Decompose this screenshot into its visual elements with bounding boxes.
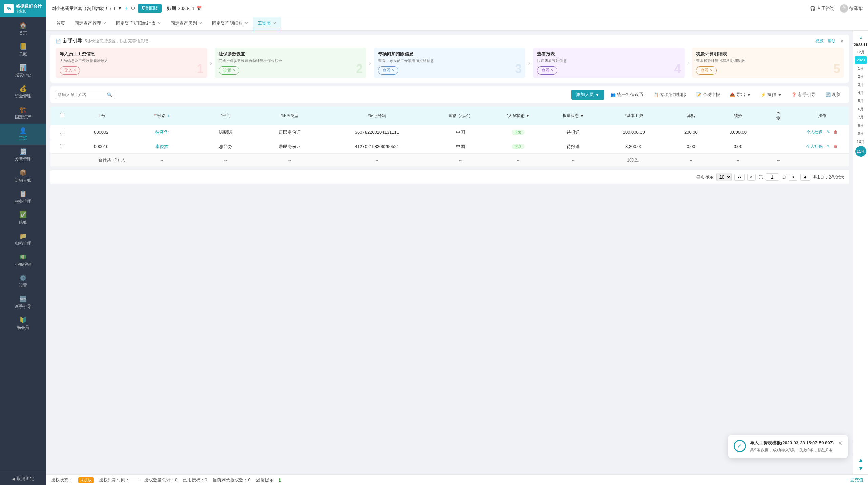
main-container: 刘小艳演示账套（勿删勿动！）1 ▼ + ⚙ 切到旧版 账期 2023-11 📅 … bbox=[46, 0, 868, 485]
first-page-btn[interactable]: ⏮ bbox=[734, 174, 745, 181]
sidebar-item-member[interactable]: 🔰畅会员 bbox=[0, 313, 46, 334]
row-checkbox-1[interactable] bbox=[60, 144, 64, 148]
page-label2: 页 bbox=[782, 174, 786, 180]
tax-report-btn[interactable]: 📝 个税申报 bbox=[692, 90, 724, 99]
add-person-btn[interactable]: 添加人员 ▼ bbox=[571, 90, 604, 100]
tab-close-depreciation[interactable]: ✕ bbox=[158, 21, 161, 26]
page-number-input[interactable] bbox=[766, 173, 779, 181]
wizard-close-btn[interactable]: ✕ bbox=[840, 39, 844, 44]
cancel-fixed-btn[interactable]: ◀ 取消固定 bbox=[0, 472, 46, 485]
month-item-1[interactable]: 1月 bbox=[855, 64, 867, 72]
tab-label-fixed-detail: 固定资产明细账 bbox=[212, 20, 243, 26]
company-selector[interactable]: 刘小艳演示账套（勿删勿动！）1 ▼ bbox=[52, 5, 122, 12]
social-btn-0[interactable]: 个人社保 bbox=[805, 129, 824, 136]
month-item-4[interactable]: 4月 bbox=[855, 89, 867, 96]
add-company-btn[interactable]: + bbox=[125, 5, 128, 12]
next-page-btn[interactable]: > bbox=[789, 174, 797, 181]
settings-gear-icon[interactable]: ⚙ bbox=[131, 5, 135, 12]
new-guide-btn[interactable]: ❓ 新手引导 bbox=[788, 90, 819, 99]
sidebar-item-ledger[interactable]: 📒总账 bbox=[0, 39, 46, 60]
tab-close-fixed-detail[interactable]: ✕ bbox=[245, 21, 248, 26]
sidebar-item-settle[interactable]: ✅结账 bbox=[0, 208, 46, 229]
wizard-step-btn-4[interactable]: 查看 > bbox=[537, 66, 557, 75]
home-icon: 🏠 bbox=[19, 22, 27, 29]
month-item-6[interactable]: 6月 bbox=[855, 105, 867, 113]
month-item-8[interactable]: 8月 bbox=[855, 122, 867, 129]
period-value[interactable]: 2023-11 bbox=[178, 6, 194, 11]
tab-label-payroll-table: 工资表 bbox=[258, 20, 271, 26]
cell-name-link-1[interactable]: 李俊杰 bbox=[155, 144, 169, 149]
month-item-12[interactable]: 12月 bbox=[855, 48, 867, 56]
month-item-7[interactable]: 7月 bbox=[855, 113, 867, 121]
sidebar-item-payroll[interactable]: 👤工资 bbox=[0, 124, 46, 145]
operation-btn[interactable]: ⚡ 操作 ▼ bbox=[757, 90, 785, 99]
sidebar-item-archive[interactable]: 📁归档管理 bbox=[0, 229, 46, 250]
sidebar-item-home[interactable]: 🏠首页 bbox=[0, 18, 46, 39]
tab-fixed-assets[interactable]: 固定资产管理✕ bbox=[70, 17, 111, 30]
tab-close-fixed-assets[interactable]: ✕ bbox=[103, 21, 106, 26]
search-icon[interactable]: 🔍 bbox=[107, 92, 112, 97]
cell-name-link-0[interactable]: 徐泽华 bbox=[155, 130, 169, 135]
toast-close-btn[interactable]: ✕ bbox=[838, 440, 842, 446]
sidebar-item-settings[interactable]: ⚙️设置 bbox=[0, 271, 46, 292]
avatar: 华 bbox=[840, 4, 848, 13]
wizard-step-btn-3[interactable]: 查看 > bbox=[378, 66, 398, 75]
month-item-5[interactable]: 5月 bbox=[855, 97, 867, 105]
down-nav-icon[interactable]: ▼ bbox=[858, 466, 864, 472]
switch-version-btn[interactable]: 切到旧版 bbox=[138, 4, 162, 13]
month-item-11-active[interactable]: 11月 bbox=[855, 146, 866, 157]
wizard-step-btn-2[interactable]: 设置 > bbox=[219, 66, 239, 75]
export-btn[interactable]: 📤 导出 ▼ bbox=[726, 90, 754, 99]
charge-link[interactable]: 去充值 bbox=[850, 477, 863, 483]
deduction-btn[interactable]: 📋 专项附加扣除 bbox=[650, 90, 690, 99]
month-item-2[interactable]: 2月 bbox=[855, 73, 867, 80]
select-all-checkbox[interactable] bbox=[60, 113, 64, 117]
topbar-right: 🎧 人工咨询 华 徐泽华 bbox=[810, 4, 863, 13]
sidebar-item-report[interactable]: 📊报表中心 bbox=[0, 60, 46, 81]
search-input[interactable] bbox=[58, 92, 105, 97]
edit-btn-0[interactable]: ✎ bbox=[825, 129, 831, 135]
per-page-select[interactable]: 10 20 50 bbox=[716, 173, 732, 181]
support-area[interactable]: 🎧 人工咨询 bbox=[810, 5, 834, 12]
sidebar-item-invoice[interactable]: 🧾发票管理 bbox=[0, 145, 46, 166]
wizard-step-btn-5[interactable]: 查看 > bbox=[696, 66, 716, 75]
sidebar-label-archive: 归档管理 bbox=[15, 241, 31, 246]
tab-payroll-table[interactable]: 工资表✕ bbox=[253, 17, 281, 30]
tab-close-payroll-table[interactable]: ✕ bbox=[273, 21, 276, 26]
social-btn-1[interactable]: 个人社保 bbox=[805, 143, 824, 150]
calendar-icon[interactable]: 📅 bbox=[196, 6, 202, 11]
wizard-help-btn[interactable]: 帮助 bbox=[828, 38, 836, 44]
user-area[interactable]: 华 徐泽华 bbox=[840, 4, 863, 13]
tab-home[interactable]: 首页 bbox=[52, 17, 70, 30]
sidebar-item-purchase[interactable]: 📦进销台账 bbox=[0, 166, 46, 187]
wizard-video-btn[interactable]: 视频 bbox=[815, 38, 824, 44]
cell-op-0: 个人社保 ✎ 🗑 bbox=[795, 125, 849, 139]
tab-fixed-detail[interactable]: 固定资产明细账✕ bbox=[207, 17, 253, 30]
panel-year-label[interactable]: 2023 bbox=[855, 56, 867, 64]
month-item-10[interactable]: 10月 bbox=[855, 138, 867, 145]
toast-title: 导入工资表模板(2023-03-23 15:07:59.897) bbox=[750, 440, 834, 446]
del-btn-0[interactable]: 🗑 bbox=[832, 129, 839, 135]
wizard-step-btn-1[interactable]: 导入 > bbox=[60, 66, 80, 75]
tab-depreciation[interactable]: 固定资产折旧统计表✕ bbox=[111, 17, 166, 30]
prev-page-btn[interactable]: < bbox=[747, 174, 756, 181]
del-btn-1[interactable]: 🗑 bbox=[832, 143, 839, 149]
sidebar-item-fixed[interactable]: 🏗️固定资产 bbox=[0, 102, 46, 124]
edit-btn-1[interactable]: ✎ bbox=[825, 143, 831, 149]
row-checkbox-0[interactable] bbox=[60, 130, 64, 134]
sidebar-item-tax[interactable]: 📋税务管理 bbox=[0, 187, 46, 208]
tab-close-fixed-category[interactable]: ✕ bbox=[199, 21, 202, 26]
settings-icon: ⚙️ bbox=[19, 274, 27, 282]
up-nav-icon[interactable]: ▲ bbox=[858, 457, 864, 463]
tab-fixed-category[interactable]: 固定资产类别✕ bbox=[166, 17, 207, 30]
month-item-9[interactable]: 9月 bbox=[855, 130, 867, 137]
social-security-btn[interactable]: 👥 统一社保设置 bbox=[607, 90, 647, 99]
sidebar-item-fund[interactable]: 💰资金管理 bbox=[0, 81, 46, 102]
refresh-btn[interactable]: 🔄 刷新 bbox=[822, 90, 844, 99]
panel-collapse-btn[interactable]: « bbox=[858, 33, 864, 41]
last-page-btn[interactable]: ⏭ bbox=[800, 174, 810, 181]
sidebar-item-guide[interactable]: 🆕新手引导 bbox=[0, 292, 46, 313]
month-item-3[interactable]: 3月 bbox=[855, 81, 867, 88]
sidebar-item-expense[interactable]: 💵小畅报销 bbox=[0, 250, 46, 271]
toast-notification: ✓ 导入工资表模板(2023-03-23 15:07:59.897) 共9条数据… bbox=[728, 435, 848, 458]
